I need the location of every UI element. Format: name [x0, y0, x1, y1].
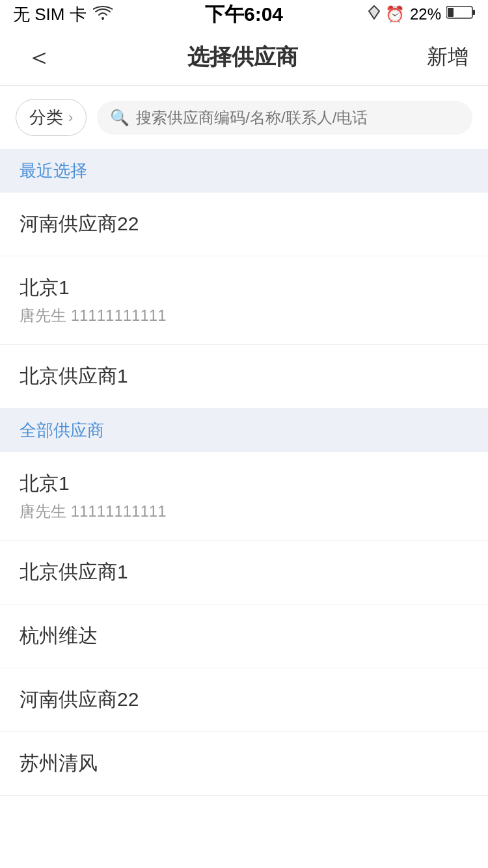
item-name: 北京供应商1	[20, 559, 468, 586]
list-item[interactable]: 杭州维达	[0, 604, 488, 668]
add-button[interactable]: 新增	[427, 43, 468, 72]
status-time: 下午6:04	[205, 1, 283, 28]
battery-icon	[446, 5, 475, 23]
list-item[interactable]: 北京供应商1	[0, 345, 488, 409]
item-name: 河南供应商22	[20, 211, 468, 237]
item-name: 河南供应商22	[20, 686, 468, 713]
all-section-header: 全部供应商	[0, 409, 488, 452]
chevron-right-icon: ›	[68, 109, 73, 126]
battery-text: 22%	[410, 5, 441, 23]
search-input[interactable]	[136, 109, 459, 127]
sim-text: 无 SIM 卡	[13, 3, 87, 26]
svg-rect-3	[472, 10, 475, 15]
list-item[interactable]: 河南供应商22	[0, 668, 488, 732]
svg-marker-1	[369, 6, 379, 19]
category-filter[interactable]: 分类 ›	[16, 99, 87, 136]
location-icon	[368, 5, 380, 23]
item-name: 杭州维达	[20, 623, 468, 649]
filter-bar: 分类 › 🔍	[0, 86, 488, 149]
item-name: 北京1	[20, 470, 468, 497]
status-bar: 无 SIM 卡 下午6:04 ⏰ 22%	[0, 0, 488, 29]
item-name: 苏州清风	[20, 750, 468, 777]
all-items-list: 北京1 唐先生 11111111111 北京供应商1 杭州维达 河南供应商22 …	[0, 452, 488, 796]
list-item[interactable]: 北京1 唐先生 11111111111	[0, 452, 488, 541]
status-left: 无 SIM 卡	[13, 3, 113, 26]
alarm-icon: ⏰	[385, 5, 405, 23]
nav-bar: ＜ 选择供应商 新增	[0, 29, 488, 86]
recent-section-header: 最近选择	[0, 149, 488, 193]
back-button[interactable]: ＜	[20, 33, 59, 81]
list-item[interactable]: 苏州清风	[0, 732, 488, 796]
item-name: 北京1	[20, 275, 468, 301]
svg-rect-4	[448, 8, 454, 17]
list-item[interactable]: 河南供应商22	[0, 193, 488, 256]
svg-point-0	[102, 17, 104, 20]
list-item[interactable]: 北京供应商1	[0, 541, 488, 604]
list-item[interactable]: 北京1 唐先生 11111111111	[0, 256, 488, 345]
search-icon: 🔍	[110, 109, 129, 127]
search-box: 🔍	[97, 101, 472, 135]
item-name: 北京供应商1	[20, 363, 468, 390]
status-right: ⏰ 22%	[368, 5, 475, 23]
wifi-icon	[93, 5, 113, 25]
item-sub: 唐先生 11111111111	[20, 501, 468, 522]
page-title: 选择供应商	[187, 42, 298, 72]
recent-items-list: 河南供应商22 北京1 唐先生 11111111111 北京供应商1	[0, 193, 488, 409]
category-label: 分类	[29, 106, 63, 129]
item-sub: 唐先生 11111111111	[20, 305, 468, 326]
